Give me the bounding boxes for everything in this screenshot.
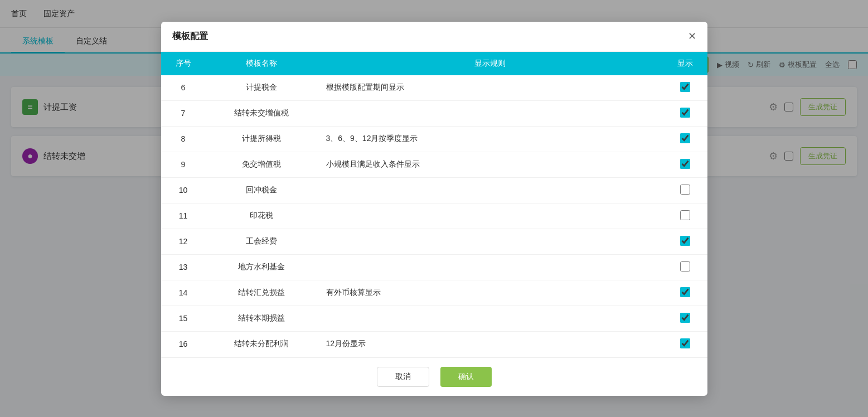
modal-footer: 取消 确认: [161, 357, 707, 396]
table-body: 6计提税金根据模版配置期间显示7结转未交增值税8计提所得税3、6、9、12月按季…: [161, 75, 707, 357]
cell-id: 7: [161, 100, 206, 126]
col-header-rule: 显示规则: [317, 52, 663, 75]
modal-header: 模板配置 ✕: [161, 22, 707, 52]
row-checkbox[interactable]: [680, 313, 690, 323]
row-checkbox[interactable]: [680, 159, 690, 169]
table-row: 12工会经费: [161, 229, 707, 254]
cell-id: 6: [161, 75, 206, 101]
cell-rule: 根据模版配置期间显示: [317, 75, 663, 101]
row-checkbox[interactable]: [680, 185, 690, 195]
cell-id: 12: [161, 229, 206, 254]
row-checkbox[interactable]: [680, 133, 690, 143]
col-header-name: 模板名称: [206, 52, 317, 75]
table-row: 15结转本期损益: [161, 306, 707, 331]
table-row: 13地方水利基金: [161, 254, 707, 280]
cell-checkbox: [663, 229, 707, 254]
table-row: 16结转未分配利润12月份显示: [161, 331, 707, 357]
cell-name: 计提所得税: [206, 126, 317, 152]
modal-title: 模板配置: [172, 31, 208, 42]
row-checkbox[interactable]: [680, 287, 690, 297]
cell-rule: [317, 100, 663, 126]
cell-id: 10: [161, 177, 206, 203]
row-checkbox[interactable]: [680, 82, 690, 92]
table-container[interactable]: 序号 模板名称 显示规则 显示 6计提税金根据模版配置期间显示7结转未交增值税8…: [161, 52, 707, 357]
row-checkbox[interactable]: [680, 261, 690, 271]
modal-overlay: 模板配置 ✕ 序号 模板名称 显示规则 显示 6计提税金根据模版配置期间显: [0, 0, 868, 417]
cell-rule: 3、6、9、12月按季度显示: [317, 126, 663, 152]
cell-id: 16: [161, 331, 206, 357]
cell-name: 地方水利基金: [206, 254, 317, 280]
template-config-modal: 模板配置 ✕ 序号 模板名称 显示规则 显示 6计提税金根据模版配置期间显: [161, 22, 707, 396]
cell-name: 免交增值税: [206, 152, 317, 177]
cell-name: 回冲税金: [206, 177, 317, 203]
cell-rule: 有外币核算显示: [317, 280, 663, 306]
cell-checkbox: [663, 177, 707, 203]
cell-name: 结转未交增值税: [206, 100, 317, 126]
cell-rule: [317, 177, 663, 203]
cell-checkbox: [663, 331, 707, 357]
cell-rule: [317, 229, 663, 254]
col-header-display: 显示: [663, 52, 707, 75]
row-checkbox[interactable]: [680, 236, 690, 246]
cell-id: 14: [161, 280, 206, 306]
table-header-row: 序号 模板名称 显示规则 显示: [161, 52, 707, 75]
table-row: 7结转未交增值税: [161, 100, 707, 126]
cell-id: 11: [161, 203, 206, 229]
cell-checkbox: [663, 152, 707, 177]
cell-checkbox: [663, 306, 707, 331]
cell-name: 印花税: [206, 203, 317, 229]
cell-rule: 12月份显示: [317, 331, 663, 357]
cancel-button[interactable]: 取消: [377, 367, 429, 387]
table-row: 9免交增值税小规模且满足收入条件显示: [161, 152, 707, 177]
table-row: 10回冲税金: [161, 177, 707, 203]
cell-checkbox: [663, 254, 707, 280]
cell-checkbox: [663, 280, 707, 306]
cell-name: 结转本期损益: [206, 306, 317, 331]
row-checkbox[interactable]: [680, 108, 690, 118]
modal-body: 序号 模板名称 显示规则 显示 6计提税金根据模版配置期间显示7结转未交增值税8…: [161, 52, 707, 357]
cell-name: 计提税金: [206, 75, 317, 101]
cell-rule: [317, 254, 663, 280]
cell-checkbox: [663, 75, 707, 101]
cell-name: 工会经费: [206, 229, 317, 254]
cell-checkbox: [663, 100, 707, 126]
table-row: 11印花税: [161, 203, 707, 229]
cell-name: 结转汇兑损益: [206, 280, 317, 306]
cell-id: 9: [161, 152, 206, 177]
cell-rule: [317, 203, 663, 229]
cell-checkbox: [663, 126, 707, 152]
table-row: 14结转汇兑损益有外币核算显示: [161, 280, 707, 306]
cell-name: 结转未分配利润: [206, 331, 317, 357]
confirm-button[interactable]: 确认: [440, 367, 492, 387]
cell-checkbox: [663, 203, 707, 229]
row-checkbox[interactable]: [680, 338, 690, 348]
cell-rule: 小规模且满足收入条件显示: [317, 152, 663, 177]
config-table: 序号 模板名称 显示规则 显示 6计提税金根据模版配置期间显示7结转未交增值税8…: [161, 52, 707, 357]
cell-id: 13: [161, 254, 206, 280]
col-header-id: 序号: [161, 52, 206, 75]
cell-rule: [317, 306, 663, 331]
modal-close-button[interactable]: ✕: [688, 31, 696, 41]
cell-id: 8: [161, 126, 206, 152]
table-row: 6计提税金根据模版配置期间显示: [161, 75, 707, 101]
cell-id: 15: [161, 306, 206, 331]
row-checkbox[interactable]: [680, 210, 690, 220]
table-row: 8计提所得税3、6、9、12月按季度显示: [161, 126, 707, 152]
